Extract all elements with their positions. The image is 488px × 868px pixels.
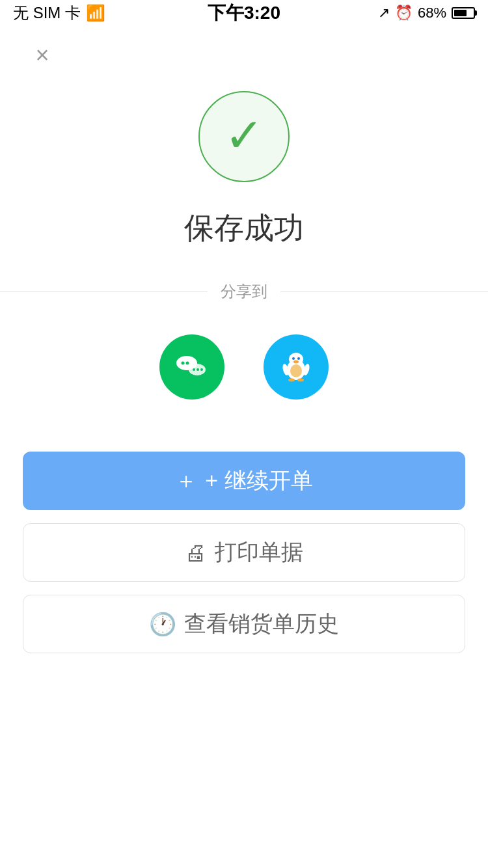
success-circle: ✓ — [198, 91, 290, 182]
svg-point-6 — [200, 368, 203, 371]
status-bar: 无 SIM 卡 📶 下午3:20 ↗ ⏰ 68% — [0, 0, 488, 26]
svg-point-10 — [297, 357, 300, 360]
share-icons — [159, 334, 329, 400]
continue-button[interactable]: ＋ + 继续开单 — [23, 452, 465, 510]
svg-point-11 — [293, 360, 299, 364]
svg-point-13 — [288, 379, 295, 382]
svg-point-9 — [292, 357, 295, 360]
share-label: 分享到 — [208, 281, 280, 302]
close-icon: × — [35, 42, 49, 69]
success-title: 保存成功 — [184, 208, 304, 249]
alarm-icon: ⏰ — [395, 5, 413, 21]
svg-point-5 — [197, 368, 199, 371]
main-content: ✓ 保存成功 分享到 — [0, 26, 488, 653]
wechat-share-button[interactable] — [159, 334, 224, 400]
print-icon: 🖨 — [185, 540, 207, 565]
print-label: 打印单据 — [215, 537, 303, 567]
svg-point-14 — [297, 379, 304, 382]
continue-label: + 继续开单 — [205, 466, 312, 496]
print-button[interactable]: 🖨 打印单据 — [23, 523, 465, 582]
svg-point-1 — [182, 362, 185, 365]
svg-point-2 — [186, 362, 189, 365]
qq-logo — [277, 347, 316, 387]
history-button[interactable]: 🕐 查看销货单历史 — [23, 595, 465, 653]
wifi-icon: 📶 — [86, 4, 105, 22]
history-label: 查看销货单历史 — [184, 609, 339, 639]
action-buttons: ＋ + 继续开单 🖨 打印单据 🕐 查看销货单历史 — [23, 452, 465, 653]
carrier-text: 无 SIM 卡 — [13, 3, 81, 23]
status-time: 下午3:20 — [208, 1, 280, 25]
wechat-logo — [172, 347, 211, 387]
plus-icon: ＋ — [175, 466, 197, 496]
history-icon: 🕐 — [149, 611, 176, 637]
location-icon: ↗ — [378, 5, 390, 21]
svg-point-12 — [290, 364, 302, 377]
battery-text: 68% — [418, 5, 446, 21]
checkmark-icon: ✓ — [224, 112, 264, 159]
svg-point-8 — [289, 353, 303, 366]
battery-icon — [452, 7, 475, 19]
status-right: ↗ ⏰ 68% — [378, 5, 475, 21]
status-left: 无 SIM 卡 📶 — [13, 3, 105, 23]
share-section: 分享到 — [0, 281, 488, 302]
qq-share-button[interactable] — [264, 334, 329, 400]
svg-point-4 — [193, 368, 195, 371]
close-button[interactable]: × — [26, 39, 59, 72]
